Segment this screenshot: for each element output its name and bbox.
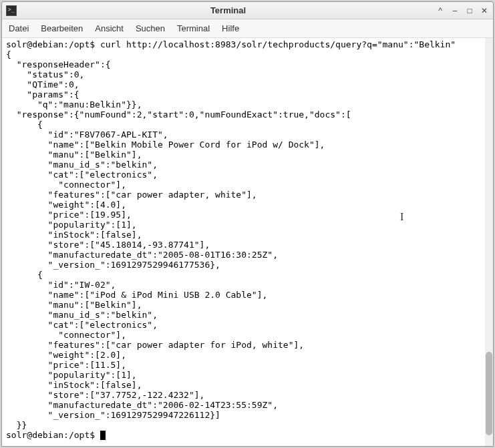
minimize-button[interactable]: – <box>450 6 460 15</box>
prompt: solr@debian:/opt$ <box>6 39 100 49</box>
rollup-button[interactable]: ^ <box>436 6 445 15</box>
close-button[interactable]: ✕ <box>480 6 489 15</box>
scrollbar-thumb[interactable] <box>486 352 492 435</box>
menu-help[interactable]: Hilfe <box>222 23 239 33</box>
command-text: curl http://localhost:8983/solr/techprod… <box>100 39 456 49</box>
terminal-output: { "responseHeader":{ "status":0, "QTime"… <box>6 49 351 430</box>
titlebar[interactable]: Terminal ^ – □ ✕ <box>2 2 493 19</box>
terminal-window: Terminal ^ – □ ✕ Datei Bearbeiten Ansich… <box>1 1 494 447</box>
menu-file[interactable]: Datei <box>9 23 29 33</box>
menu-view[interactable]: Ansicht <box>95 23 124 33</box>
window-title: Terminal <box>21 5 436 15</box>
cursor-icon <box>100 431 106 440</box>
text-cursor-icon: I <box>400 212 403 222</box>
menu-search[interactable]: Suchen <box>136 23 165 33</box>
terminal-body[interactable]: solr@debian:/opt$ curl http://localhost:… <box>2 38 493 446</box>
menubar: Datei Bearbeiten Ansicht Suchen Terminal… <box>2 19 493 38</box>
prompt: solr@debian:/opt$ <box>6 430 100 440</box>
terminal-icon <box>6 5 17 16</box>
maximize-button[interactable]: □ <box>465 6 474 15</box>
menu-terminal[interactable]: Terminal <box>177 23 210 33</box>
window-controls: ^ – □ ✕ <box>436 6 489 15</box>
scrollbar-track[interactable] <box>485 38 493 446</box>
menu-edit[interactable]: Bearbeiten <box>41 23 83 33</box>
